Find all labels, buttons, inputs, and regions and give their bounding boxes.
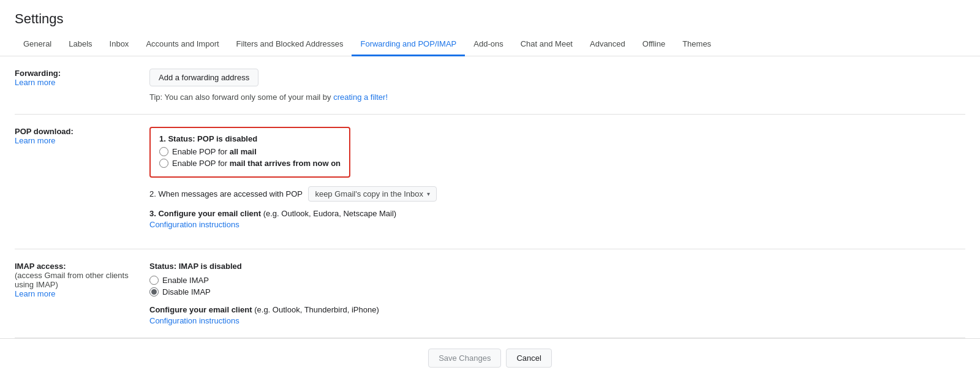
imap-configure-text: Configure your email client (e.g. Outloo… [149,305,965,314]
pop-status-title: 1. Status: POP is disabled [159,134,341,143]
footer-bar: Save Changes Cancel [0,338,980,377]
imap-sublabel: (access Gmail from other clients using I… [15,271,137,289]
tab-offline[interactable]: Offline [634,33,674,56]
tab-inbox[interactable]: Inbox [101,33,138,56]
creating-filter-link[interactable]: creating a filter! [333,93,388,102]
chevron-down-icon: ▾ [427,191,430,197]
pop-label: POP download: [15,127,137,136]
pop-enable-all-label[interactable]: Enable POP for all mail [159,147,341,156]
tab-forwarding[interactable]: Forwarding and POP/IMAP [352,33,465,56]
imap-configure: Configure your email client (e.g. Outloo… [149,305,965,325]
imap-enable-label[interactable]: Enable IMAP [149,276,965,285]
imap-enable-text: Enable IMAP [162,276,209,285]
pop-step2-dropdown[interactable]: keep Gmail's copy in the Inbox ▾ [308,186,437,202]
pop-enable-now-radio[interactable] [159,159,168,168]
pop-step2-text: 2. When messages are accessed with POP [149,189,303,198]
forwarding-tip: Tip: You can also forward only some of y… [149,93,965,102]
save-changes-button[interactable]: Save Changes [428,349,501,368]
tab-themes[interactable]: Themes [674,33,720,56]
pop-enable-now-label[interactable]: Enable POP for mail that arrives from no… [159,159,341,168]
tab-filters[interactable]: Filters and Blocked Addresses [228,33,352,56]
pop-learn-more-link[interactable]: Learn more [15,136,55,145]
imap-disable-text: Disable IMAP [162,287,211,296]
pop-step2: 2. When messages are accessed with POP k… [149,186,965,202]
pop-enable-all-radio[interactable] [159,147,168,156]
forwarding-learn-more-link[interactable]: Learn more [15,78,55,87]
imap-learn-more-link[interactable]: Learn more [15,289,55,298]
pop-step2-dropdown-value: keep Gmail's copy in the Inbox [315,189,423,198]
imap-disable-label[interactable]: Disable IMAP [149,287,965,296]
pop-step3: 3. Configure your email client (e.g. Out… [149,209,965,229]
forwarding-label: Forwarding: [15,69,137,78]
tab-general[interactable]: General [15,33,60,56]
forwarding-section: Forwarding: Learn more Add a forwarding … [15,56,965,115]
pop-status-box: 1. Status: POP is disabled Enable POP fo… [149,127,350,178]
tab-chat[interactable]: Chat and Meet [512,33,581,56]
pop-step3-text: 3. Configure your email client (e.g. Out… [149,209,396,218]
pop-enable-now-text: Enable POP for mail that arrives from no… [172,159,341,168]
tab-advanced[interactable]: Advanced [581,33,634,56]
pop-config-instructions-link[interactable]: Configuration instructions [149,220,965,229]
tab-labels[interactable]: Labels [60,33,100,56]
tab-addons[interactable]: Add-ons [465,33,511,56]
tabs-bar: General Labels Inbox Accounts and Import… [0,33,980,56]
imap-enable-radio[interactable] [149,276,159,285]
imap-label: IMAP access: [15,262,137,271]
pop-enable-all-text: Enable POP for all mail [172,147,257,156]
pop-section: POP download: Learn more 1. Status: POP … [15,115,965,249]
imap-section: IMAP access: (access Gmail from other cl… [15,249,965,338]
tab-accounts[interactable]: Accounts and Import [137,33,227,56]
page-title: Settings [0,0,980,33]
add-forwarding-button[interactable]: Add a forwarding address [149,69,258,86]
imap-disable-radio[interactable] [149,287,159,296]
cancel-button[interactable]: Cancel [506,349,551,368]
imap-status-title: Status: IMAP is disabled [149,262,965,271]
imap-config-instructions-link[interactable]: Configuration instructions [149,316,965,325]
